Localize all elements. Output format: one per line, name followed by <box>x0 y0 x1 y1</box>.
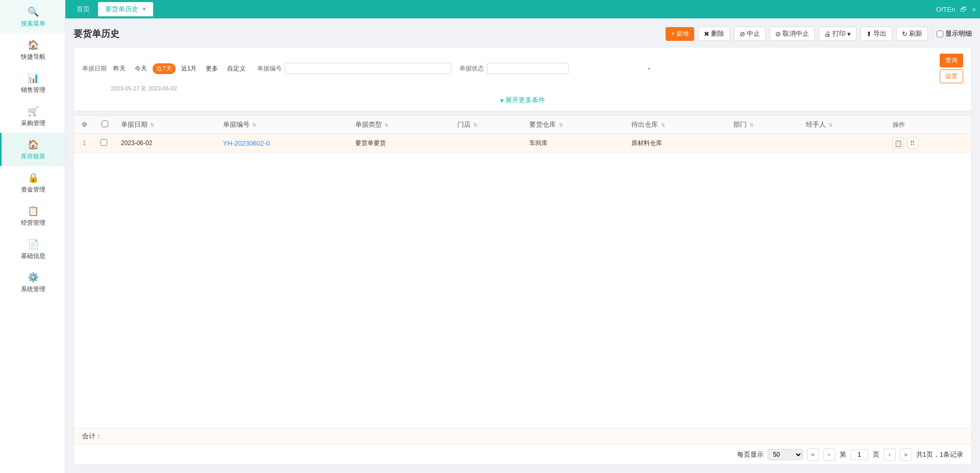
sidebar-item-sales[interactable]: 📊 销售管理 <box>0 66 65 100</box>
cancel-stop-button[interactable]: ⊘ 取消中止 <box>770 27 815 41</box>
current-page-input[interactable]: 1 <box>850 450 869 460</box>
delete-button[interactable]: ✖ 删除 <box>698 27 730 41</box>
print-icon: 🖨 <box>824 30 831 38</box>
print-button[interactable]: 🖨 打印 ▾ <box>819 27 856 41</box>
doc-num-link[interactable]: YH-20230602-0 <box>223 139 270 147</box>
prev-page-btn[interactable]: ‹ <box>823 448 836 461</box>
date-btn-yesterday[interactable]: 昨天 <box>110 63 129 74</box>
doc-num-input[interactable] <box>285 63 451 74</box>
action-edit-btn[interactable]: 📋 <box>893 137 904 149</box>
sidebar-item-inventory[interactable]: 🏠 库存核算 <box>0 133 65 166</box>
sort-req-warehouse-icon: ⇅ <box>559 122 563 128</box>
doc-num-label: 单据编号 <box>257 64 282 73</box>
sort-date-icon: ⇅ <box>150 122 154 128</box>
sidebar-item-quick-nav[interactable]: 🏠 快捷导航 <box>0 33 65 66</box>
pagination: 每页显示 50 100 « ‹ 第 1 页 › » 共1页，1条记录 <box>74 444 971 464</box>
refresh-icon: ↻ <box>902 30 908 38</box>
td-store <box>451 134 524 153</box>
tab-close-icon[interactable]: × <box>142 6 146 13</box>
sidebar-item-label-search-menu: 搜索菜单 <box>21 19 45 28</box>
sidebar-item-system[interactable]: ⚙️ 系统管理 <box>0 266 65 299</box>
expand-more-btn[interactable]: ▾ 展开更多条件 <box>500 96 545 105</box>
show-detail-toggle[interactable]: 显示明细 <box>937 29 972 38</box>
sidebar-item-label-purchase: 采购管理 <box>21 119 45 128</box>
window-ofTEn: OfTEn <box>936 6 955 13</box>
finance-icon: 🔒 <box>28 172 39 183</box>
next-page-btn[interactable]: › <box>884 448 896 461</box>
sidebar-item-label-basic: 基础信息 <box>21 252 45 261</box>
content-area: 要货单历史 + 新增 ✖ 删除 ⊘ 中止 ⊘ 取消中止 🖨 打印 <box>65 18 980 473</box>
th-dept[interactable]: 部门 ⇅ <box>727 116 800 134</box>
date-label: 单据日期 <box>82 64 107 73</box>
last-page-btn[interactable]: » <box>900 448 912 461</box>
status-select[interactable] <box>487 63 569 74</box>
query-button[interactable]: 查询 <box>940 54 963 67</box>
sidebar-item-label-finance: 资金管理 <box>21 185 45 194</box>
filter-row-1: 单据日期 昨天 今天 近7天 近1月 更多 自定义 单据编号 <box>82 54 963 83</box>
date-btn-custom[interactable]: 自定义 <box>224 63 249 74</box>
inventory-icon: 🏠 <box>28 139 39 150</box>
table-footer: 合计： <box>74 428 971 444</box>
cancel-stop-icon: ⊘ <box>775 30 781 38</box>
date-btn-more[interactable]: 更多 <box>202 63 222 74</box>
action-more-btn[interactable]: ⠿ <box>907 137 918 149</box>
export-button[interactable]: ⬆ 导出 <box>861 27 892 41</box>
date-btn-1month[interactable]: 近1月 <box>178 63 201 74</box>
sidebar-item-label-operations: 经营管理 <box>21 219 45 227</box>
show-detail-checkbox[interactable] <box>937 31 943 37</box>
sidebar: 🔍 搜索菜单 🏠 快捷导航 📊 销售管理 🛒 采购管理 🏠 库存核算 🔒 资金管… <box>0 0 65 473</box>
date-range-text: 2023-05-27 至 2023-06-02 <box>111 85 177 91</box>
sidebar-item-purchase[interactable]: 🛒 采购管理 <box>0 100 65 133</box>
new-button[interactable]: + 新增 <box>666 27 694 41</box>
settings-button[interactable]: 设置 <box>940 69 963 83</box>
th-type[interactable]: 单据类型 ⇅ <box>349 116 451 134</box>
select-all-checkbox[interactable] <box>102 121 108 127</box>
page-label: 第 <box>840 450 846 459</box>
first-page-btn[interactable]: « <box>807 448 819 461</box>
td-type: 要货单要货 <box>349 134 451 153</box>
date-range-display: 2023-05-27 至 2023-06-02 <box>82 84 963 92</box>
status-filter: 单据状态 ▾ <box>459 63 653 74</box>
sidebar-item-basic[interactable]: 📄 基础信息 <box>0 232 65 266</box>
table-area: ⚙ 单据日期 ⇅ 单据编号 ⇅ <box>74 115 972 465</box>
status-label: 单据状态 <box>459 64 484 73</box>
sidebar-item-label-inventory: 库存核算 <box>21 152 45 161</box>
expand-chevron-icon: ▾ <box>500 97 504 104</box>
stop-button[interactable]: ⊘ 中止 <box>734 27 766 41</box>
th-store[interactable]: 门店 ⇅ <box>451 116 524 134</box>
filter-actions: 查询 设置 <box>940 54 963 83</box>
th-settings[interactable]: ⚙ <box>74 116 94 134</box>
td-pending-warehouse: 原材料仓库 <box>625 134 727 153</box>
row-checkbox[interactable] <box>101 139 107 146</box>
tab-active[interactable]: 要货单历史 × <box>98 2 153 16</box>
refresh-button[interactable]: ↻ 刷新 <box>896 27 928 41</box>
date-btn-7days[interactable]: 近7天 <box>153 63 176 74</box>
date-filter: 单据日期 昨天 今天 近7天 近1月 更多 自定义 <box>82 63 249 74</box>
per-page-select[interactable]: 50 100 <box>768 449 803 460</box>
td-doc-num: YH-20230602-0 <box>217 134 349 153</box>
sidebar-item-operations[interactable]: 📋 经营管理 <box>0 199 65 232</box>
window-close-icon[interactable]: × <box>972 6 976 13</box>
th-pending-warehouse[interactable]: 待出仓库 ⇅ <box>625 116 727 134</box>
td-req-warehouse: 车间库 <box>523 134 625 153</box>
th-date[interactable]: 单据日期 ⇅ <box>115 116 217 134</box>
th-req-warehouse[interactable]: 要货仓库 ⇅ <box>523 116 625 134</box>
stop-icon: ⊘ <box>740 30 745 38</box>
table-wrapper: ⚙ 单据日期 ⇅ 单据编号 ⇅ <box>74 116 971 428</box>
doc-num-filter: 单据编号 <box>257 63 451 74</box>
system-icon: ⚙️ <box>28 272 39 283</box>
toolbar: + 新增 ✖ 删除 ⊘ 中止 ⊘ 取消中止 🖨 打印 ▾ <box>666 27 972 41</box>
page-title: 要货单历史 <box>74 28 119 40</box>
sidebar-item-finance[interactable]: 🔒 资金管理 <box>0 166 65 199</box>
th-handler[interactable]: 经手人 ⇅ <box>800 116 887 134</box>
th-num[interactable]: 单据编号 ⇅ <box>217 116 349 134</box>
window-restore-icon[interactable]: 🗗 <box>960 6 967 13</box>
sidebar-item-search-menu[interactable]: 🔍 搜索菜单 <box>0 0 65 33</box>
td-row-num: 1 <box>74 134 94 153</box>
date-btn-today[interactable]: 今天 <box>131 63 151 74</box>
tab-home[interactable]: 首页 <box>69 2 97 16</box>
date-buttons: 昨天 今天 近7天 近1月 更多 自定义 <box>110 63 249 74</box>
per-page-label: 每页显示 <box>737 450 764 459</box>
total-info: 共1页，1条记录 <box>916 450 963 459</box>
sort-pending-warehouse-icon: ⇅ <box>661 122 665 128</box>
